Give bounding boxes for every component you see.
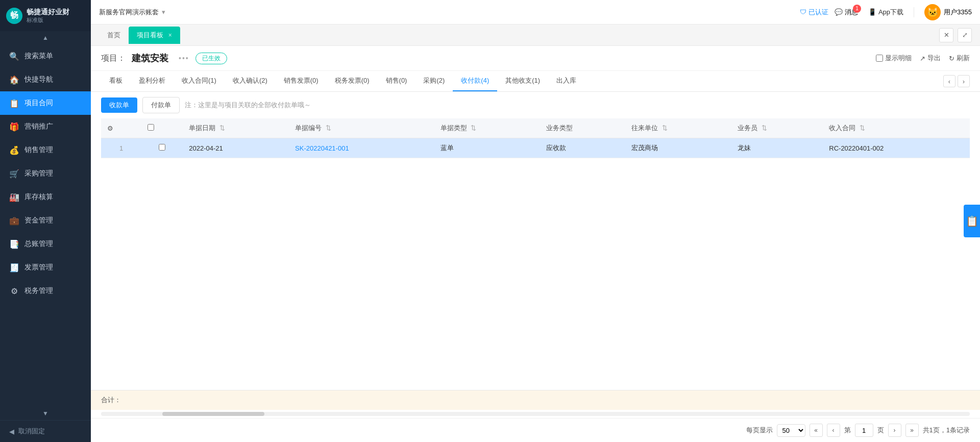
prev-page-btn[interactable]: ‹ [827,424,840,437]
show-detail-toggle[interactable]: 显示明细 [876,54,912,63]
sidebar-item-sales[interactable]: 💰 销售管理 [0,138,91,162]
certified-badge: 🛡 已认证 [800,8,828,17]
sub-tab-purchase-label: 采购(2) [423,77,445,84]
col-partner[interactable]: 往来单位 ⇅ [625,118,731,138]
scroll-up-arrow[interactable]: ▲ [41,33,50,42]
row-checkbox-cell[interactable] [141,138,183,158]
close-window-btn[interactable]: ✕ [939,28,953,42]
sub-tab-income-contract[interactable]: 收入合同(1) [174,71,225,91]
select-all-checkbox[interactable] [148,124,154,131]
app-download-label: App下载 [878,8,903,17]
sidebar-logo: 畅 畅捷通好业财 标准版 [0,0,91,31]
cancel-fixed-btn[interactable]: ◀ 取消固定 [0,420,91,442]
page-input[interactable] [855,424,873,437]
sub-tab-payment[interactable]: 收付款(4) [453,71,497,91]
doc-link[interactable]: SK-20220421-001 [295,144,349,152]
table-scrollbar[interactable] [91,410,980,418]
tab-project[interactable]: 项目看板 × [129,27,180,44]
tab-home[interactable]: 首页 [99,27,129,44]
scroll-down-arrow[interactable]: ▼ [41,409,50,418]
sub-tab-payment-label: 收付款(4) [461,77,489,84]
toolbar-row: 收款单 付款单 注：这里是与项目关联的全部收付款单哦～ [91,92,980,118]
float-action-btn[interactable]: 📋 [964,205,980,237]
sidebar-item-marketing[interactable]: 🎁 营销推广 [0,115,91,138]
user-menu-btn[interactable]: 🐱 用户3355 [924,4,972,20]
maximize-btn[interactable]: ⤢ [958,28,972,42]
sort-contract-icon: ⇅ [860,124,865,132]
sidebar-item-purchase[interactable]: 🛒 采购管理 [0,162,91,185]
tab-close-icon[interactable]: × [168,32,172,39]
payment-btn[interactable]: 付款单 [142,97,180,113]
row-checkbox[interactable] [159,144,165,151]
page-header: 项目： 建筑安装 ••• 已生效 显示明细 ↗ 导出 ↻ 刷新 [91,46,980,71]
col-date[interactable]: 单据日期 ⇅ [183,118,289,138]
sidebar-item-nav[interactable]: 🏠 快捷导航 [0,68,91,91]
sub-tab-next-btn[interactable]: › [958,75,970,87]
user-name: 用户3355 [944,8,972,17]
col-settings[interactable]: ⚙ [101,118,141,138]
more-options-btn[interactable]: ••• [179,54,189,62]
next-page-btn[interactable]: › [888,424,901,437]
col-contract[interactable]: 收入合同 ⇅ [823,118,970,138]
sub-tab-inout[interactable]: 出入库 [548,71,584,91]
phone-icon: 📱 [868,8,876,16]
show-detail-label: 显示明细 [885,54,912,63]
show-detail-checkbox[interactable] [876,55,883,62]
sidebar-item-label: 搜索菜单 [24,52,53,61]
tab-project-label: 项目看板 [137,31,163,39]
table-row[interactable]: 1 2022-04-21 SK-20220421-001 蓝单 应收款 宏茂商场… [101,138,970,158]
refresh-btn[interactable]: ↻ 刷新 [949,54,970,63]
sub-tab-tax-invoice[interactable]: 税务发票(0) [327,71,378,91]
sidebar-item-ledger[interactable]: 📑 总账管理 [0,232,91,256]
sidebar-item-invoice[interactable]: 🧾 发票管理 [0,256,91,279]
sidebar-scroll-up[interactable]: ▲ [0,31,91,44]
sub-tab-profit[interactable]: 盈利分析 [131,71,174,91]
sub-tab-prev-btn[interactable]: ‹ [943,75,955,87]
app-edition: 标准版 [27,16,69,24]
export-btn[interactable]: ↗ 导出 [920,54,941,63]
home-icon: 🏠 [9,75,19,85]
receipt-btn[interactable]: 收款单 [101,97,137,113]
message-btn[interactable]: 💬 消息 1 [835,8,858,17]
message-icon: 💬 [835,8,843,16]
sub-tab-sales[interactable]: 销售(0) [378,71,415,91]
app-logo-icon: 畅 [6,8,22,24]
topbar-divider [914,7,914,17]
sidebar-item-search[interactable]: 🔍 搜索菜单 [0,44,91,68]
sidebar-item-finance[interactable]: 💼 资金管理 [0,209,91,232]
page-size-select[interactable]: 50 20 100 [777,424,805,437]
sub-tab-other[interactable]: 其他收支(1) [497,71,548,91]
page-title: 建筑安装 [132,52,168,64]
sub-tab-kanban[interactable]: 看板 [101,71,131,91]
sort-docno-icon: ⇅ [326,124,331,132]
summary-row: 合计： [91,390,980,410]
cell-date: 2022-04-21 [183,138,289,158]
col-doctype[interactable]: 单据类型 ⇅ [434,118,541,138]
col-salesperson[interactable]: 业务员 ⇅ [731,118,823,138]
sub-tab-purchase[interactable]: 采购(2) [415,71,453,91]
scrollbar-thumb[interactable] [162,412,264,416]
sub-tab-sales-invoice[interactable]: 销售发票(0) [276,71,327,91]
sidebar-scroll-down[interactable]: ▼ [0,407,91,420]
sort-partner-icon: ⇅ [662,124,668,132]
message-badge: 1 [853,5,861,13]
col-docno[interactable]: 单据编号 ⇅ [289,118,434,138]
export-icon: ↗ [920,55,925,62]
sort-doctype-icon: ⇅ [471,124,476,132]
col-biztype: 业务类型 [540,118,625,138]
dropdown-arrow-icon[interactable]: ▾ [162,8,165,16]
first-page-btn[interactable]: « [810,424,823,437]
row-num: 1 [101,138,141,158]
last-page-btn[interactable]: » [905,424,919,437]
cell-docno[interactable]: SK-20220421-001 [289,138,434,158]
sidebar-item-inventory[interactable]: 🏭 库存核算 [0,185,91,209]
app-download-btn[interactable]: 📱 App下载 [868,8,903,17]
sidebar-item-label: 库存核算 [24,192,53,202]
sidebar-item-tax[interactable]: ⚙ 税务管理 [0,279,91,303]
sub-tab-income-confirm[interactable]: 收入确认(2) [225,71,276,91]
sidebar-menu: 🔍 搜索菜单 🏠 快捷导航 📋 项目合同 🎁 营销推广 💰 销售管理 🛒 采购管… [0,44,91,407]
finance-icon: 💼 [9,215,19,226]
sub-tab-kanban-label: 看板 [109,77,122,84]
sub-tab-profit-label: 盈利分析 [139,77,165,84]
sidebar-item-project[interactable]: 📋 项目合同 [0,91,91,115]
